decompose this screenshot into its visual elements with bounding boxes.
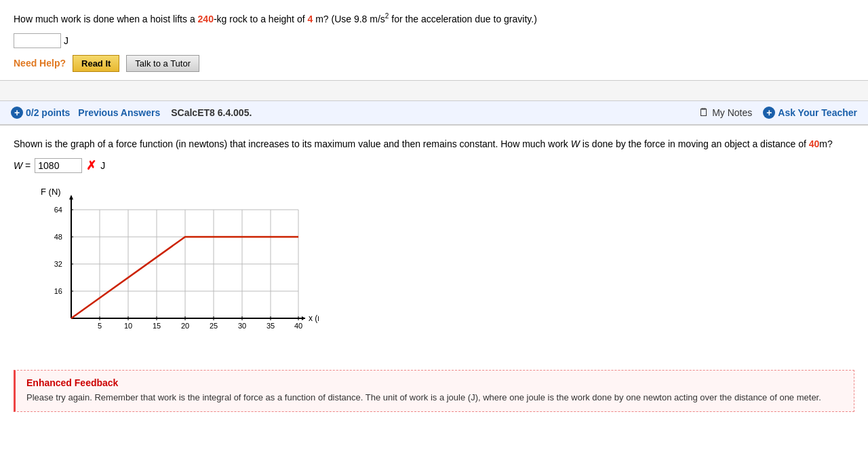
y-axis-label: F (N) <box>41 187 61 197</box>
height-value: 4 <box>307 14 313 24</box>
answer-input[interactable] <box>35 158 82 173</box>
need-help-row: Need Help? Read It Talk to a Tutor <box>14 55 854 72</box>
top-answer-unit: J <box>64 35 68 46</box>
ask-teacher-button[interactable]: + Ask Your Teacher <box>763 107 857 119</box>
graph-container: F (N) 64 48 32 16 <box>34 183 854 359</box>
x-tick-40: 40 <box>294 322 302 330</box>
top-section: How much work is done when a hoist lifts… <box>0 0 868 81</box>
mass-unit: -kg rock to a height of <box>214 14 305 24</box>
plus-circle-icon: + <box>11 107 23 119</box>
y-axis-arrow <box>69 195 73 200</box>
W-eq-label: W = <box>14 160 31 171</box>
W-italic: W <box>571 138 583 149</box>
feedback-box: Enhanced Feedback Please try again. Reme… <box>14 370 854 412</box>
x-tick-15: 15 <box>153 322 161 330</box>
answer-unit: J <box>100 160 105 171</box>
answer-row: W = ✗ J <box>14 158 854 173</box>
need-help-label: Need Help? <box>14 58 66 69</box>
problem-id: SCalcET8 6.4.005. <box>171 107 252 118</box>
spacer <box>0 81 868 101</box>
points-badge: + 0/2 points <box>11 107 70 119</box>
x-tick-30: 30 <box>238 322 246 330</box>
talk-to-tutor-button[interactable]: Talk to a Tutor <box>126 55 199 72</box>
distance-value: 40 <box>809 138 820 149</box>
points-label: 0/2 points <box>26 107 70 118</box>
y-tick-32: 32 <box>54 260 62 268</box>
header-right: 🗒 My Notes + Ask Your Teacher <box>698 107 857 119</box>
x-axis-arrow <box>302 316 305 320</box>
x-tick-5: 5 <box>98 322 102 330</box>
ask-teacher-label: Ask Your Teacher <box>778 107 857 118</box>
main-section: Shown is the graph of a force function (… <box>0 126 868 423</box>
force-graph: F (N) 64 48 32 16 <box>34 183 319 359</box>
problem-statement: Shown is the graph of a force function (… <box>14 136 854 151</box>
read-it-button[interactable]: Read It <box>73 55 119 72</box>
height-unit: m? (Use 9.8 m/s <box>315 14 385 24</box>
my-notes-label: My Notes <box>712 107 752 118</box>
x-tick-25: 25 <box>210 322 218 330</box>
x-tick-35: 35 <box>267 322 275 330</box>
statement-part2: is done by the force in moving an object… <box>583 138 806 149</box>
notes-icon: 🗒 <box>698 107 709 119</box>
y-tick-48: 48 <box>54 233 62 241</box>
gravity-note: for the acceleration due to gravity.) <box>389 14 536 24</box>
question-prefix: How much work is done when a hoist lifts… <box>14 14 195 24</box>
top-answer-input[interactable] <box>14 33 61 48</box>
ask-plus-icon: + <box>763 107 775 119</box>
y-tick-64: 64 <box>54 206 62 214</box>
feedback-title: Enhanced Feedback <box>26 377 843 388</box>
feedback-text: Please try again. Remember that work is … <box>26 391 843 404</box>
x-tick-20: 20 <box>181 322 189 330</box>
statement-part1: Shown is the graph of a force function (… <box>14 138 568 149</box>
top-answer-row: J <box>14 33 854 48</box>
x-tick-10: 10 <box>124 322 132 330</box>
x-axis-label: x (m) <box>309 314 319 323</box>
mass-value: 240 <box>198 14 214 24</box>
my-notes-button[interactable]: 🗒 My Notes <box>698 107 752 119</box>
previous-answers-link[interactable]: Previous Answers <box>78 107 160 118</box>
distance-unit: m? <box>819 138 832 149</box>
question-text: How much work is done when a hoist lifts… <box>14 11 854 26</box>
problem-header: + 0/2 points Previous Answers SCalcET8 6… <box>0 101 868 126</box>
y-tick-16: 16 <box>54 287 62 295</box>
incorrect-mark: ✗ <box>86 158 96 173</box>
